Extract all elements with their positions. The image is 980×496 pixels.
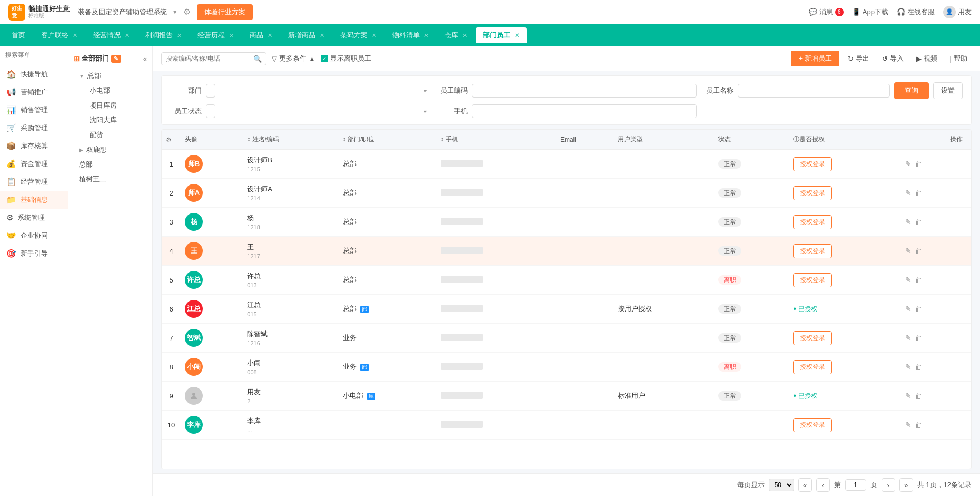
edit-icon[interactable]: ✎ <box>905 189 912 197</box>
close-icon[interactable]: ✕ <box>125 32 130 39</box>
delete-icon[interactable]: 🗑 <box>915 305 922 313</box>
phone-input[interactable] <box>472 104 697 118</box>
auth-login-button[interactable]: 授权登录 <box>793 186 832 200</box>
auth-login-button[interactable]: 授权登录 <box>793 244 832 258</box>
app-download-btn[interactable]: 📱 App下载 <box>852 7 888 17</box>
sidebar-item-sales[interactable]: 📊 销售管理 <box>0 101 68 119</box>
edit-icon[interactable]: ✎ <box>905 247 912 255</box>
delete-icon[interactable]: 🗑 <box>915 421 922 429</box>
sidebar-search-input[interactable] <box>5 51 68 59</box>
tab-goods[interactable]: 商品 ✕ <box>242 27 280 43</box>
sidebar-item-guide[interactable]: 🎯 新手引导 <box>0 245 68 262</box>
sidebar-item-marketing[interactable]: 📢 营销推广 <box>0 83 68 101</box>
dept-edit-btn[interactable]: ✎ <box>111 55 121 63</box>
auth-login-button[interactable]: 授权登录 <box>793 215 832 229</box>
dept-collapse-btn[interactable]: « <box>143 55 147 63</box>
col-dept[interactable]: ↕ 部门/职位 <box>339 130 437 150</box>
close-icon[interactable]: ✕ <box>372 32 377 39</box>
dept-node-headquarter[interactable]: ▼ 总部 <box>68 69 152 83</box>
edit-icon[interactable]: ✎ <box>905 160 912 168</box>
try-button[interactable]: 体验行业方案 <box>197 4 253 20</box>
auth-login-button[interactable]: 授权登录 <box>793 273 832 287</box>
edit-icon[interactable]: ✎ <box>905 305 912 313</box>
show-resigned-checkbox[interactable]: ✓ <box>321 55 328 62</box>
import-btn[interactable]: ↺ 导入 <box>878 52 908 65</box>
delete-icon[interactable]: 🗑 <box>915 334 922 342</box>
delete-icon[interactable]: 🗑 <box>915 160 922 168</box>
page-input[interactable] <box>845 479 866 491</box>
sidebar-item-purchase[interactable]: 🛒 采购管理 <box>0 119 68 137</box>
tab-customer[interactable]: 客户联络 ✕ <box>34 27 85 43</box>
dept-node-zhishu[interactable]: 植树王二 <box>68 172 152 187</box>
tab-warehouse[interactable]: 仓库 ✕ <box>437 27 474 43</box>
tab-home[interactable]: 首页 <box>4 27 33 43</box>
auth-login-button[interactable]: 授权登录 <box>793 157 832 171</box>
close-icon[interactable]: ✕ <box>462 32 467 39</box>
edit-icon[interactable]: ✎ <box>905 363 912 371</box>
prev-page-btn[interactable]: ‹ <box>816 478 830 492</box>
empname-input[interactable] <box>738 84 890 98</box>
reset-button[interactable]: 设置 <box>933 82 963 99</box>
edit-icon[interactable]: ✎ <box>905 218 912 226</box>
empcode-input[interactable] <box>472 84 697 98</box>
dept-node-shuanglu[interactable]: ▶ 双鹿想 <box>68 142 152 157</box>
tab-department[interactable]: 部门员工 ✕ <box>476 27 527 43</box>
close-icon[interactable]: ✕ <box>177 32 182 39</box>
tab-history[interactable]: 经营历程 ✕ <box>190 27 241 43</box>
edit-icon[interactable]: ✎ <box>905 276 912 284</box>
delete-icon[interactable]: 🗑 <box>915 218 922 226</box>
sidebar-item-basic[interactable]: 📁 基础信息 <box>0 191 68 209</box>
user-btn[interactable]: 👤 用友 <box>943 6 972 18</box>
dept-node-distribution[interactable]: 配货 <box>79 128 152 142</box>
page-size-select[interactable]: 50 <box>769 479 794 491</box>
view-btn[interactable]: ▶ 视频 <box>912 52 942 65</box>
edit-icon[interactable]: ✎ <box>905 392 912 400</box>
delete-icon[interactable]: 🗑 <box>915 276 922 284</box>
search-input[interactable] <box>166 55 250 62</box>
close-icon[interactable]: ✕ <box>268 32 272 39</box>
auth-login-button[interactable]: 授权登录 <box>793 331 832 345</box>
online-service-btn[interactable]: 🎧 在线客服 <box>897 7 935 17</box>
col-settings[interactable]: ⚙ <box>162 130 181 150</box>
query-button[interactable]: 查询 <box>894 82 929 99</box>
close-icon[interactable]: ✕ <box>73 32 77 39</box>
help-btn[interactable]: | 帮助 <box>946 52 972 65</box>
edit-icon[interactable]: ✎ <box>905 421 912 429</box>
delete-icon[interactable]: 🗑 <box>915 363 922 371</box>
auth-login-button[interactable]: 授权登录 <box>793 418 832 432</box>
edit-icon[interactable]: ✎ <box>905 334 912 342</box>
close-icon[interactable]: ✕ <box>424 32 429 39</box>
col-name[interactable]: ↕ 姓名/编码 <box>243 130 338 150</box>
message-btn[interactable]: 💬 消息 6 <box>809 7 844 17</box>
settings-icon[interactable]: ⚙ <box>183 7 191 17</box>
dept-select[interactable] <box>206 84 215 98</box>
tab-add-goods[interactable]: 新增商品 ✕ <box>281 27 332 43</box>
close-icon[interactable]: ✕ <box>320 32 324 39</box>
col-phone[interactable]: ↕ 手机 <box>437 130 556 150</box>
tab-barcode[interactable]: 条码方案 ✕ <box>333 27 384 43</box>
sidebar-item-system[interactable]: ⚙ 系统管理 <box>0 209 68 227</box>
export-btn[interactable]: ↻ 导出 <box>844 52 874 65</box>
next-page-btn[interactable]: › <box>882 478 895 492</box>
auth-login-button[interactable]: 授权登录 <box>793 360 832 374</box>
close-icon[interactable]: ✕ <box>514 32 519 39</box>
last-page-btn[interactable]: » <box>899 478 913 492</box>
add-employee-button[interactable]: + 新增员工 <box>791 51 839 66</box>
delete-icon[interactable]: 🗑 <box>915 392 922 400</box>
dept-node-xiaodian[interactable]: 小电部 <box>79 83 152 98</box>
sidebar-item-finance[interactable]: 💰 资金管理 <box>0 155 68 173</box>
dept-node-hq2[interactable]: 总部 <box>68 157 152 172</box>
first-page-btn[interactable]: « <box>798 478 812 492</box>
sidebar-item-collab[interactable]: 🤝 企业协同 <box>0 227 68 245</box>
sidebar-item-operation[interactable]: 📋 经营管理 <box>0 173 68 191</box>
dept-node-project[interactable]: 项目库房 <box>79 98 152 113</box>
tab-profit[interactable]: 利润报告 ✕ <box>138 27 189 43</box>
tab-business[interactable]: 经营情况 ✕ <box>86 27 137 43</box>
delete-icon[interactable]: 🗑 <box>915 189 922 197</box>
tab-bom[interactable]: 物料清单 ✕ <box>385 27 436 43</box>
sidebar-item-inventory[interactable]: 📦 库存核算 <box>0 137 68 155</box>
sidebar-item-quicknav[interactable]: 🏠 快捷导航 <box>0 65 68 83</box>
delete-icon[interactable]: 🗑 <box>915 247 922 255</box>
more-conditions-btn[interactable]: ▽ 更多条件 ▲ <box>272 54 315 63</box>
close-icon[interactable]: ✕ <box>229 32 234 39</box>
